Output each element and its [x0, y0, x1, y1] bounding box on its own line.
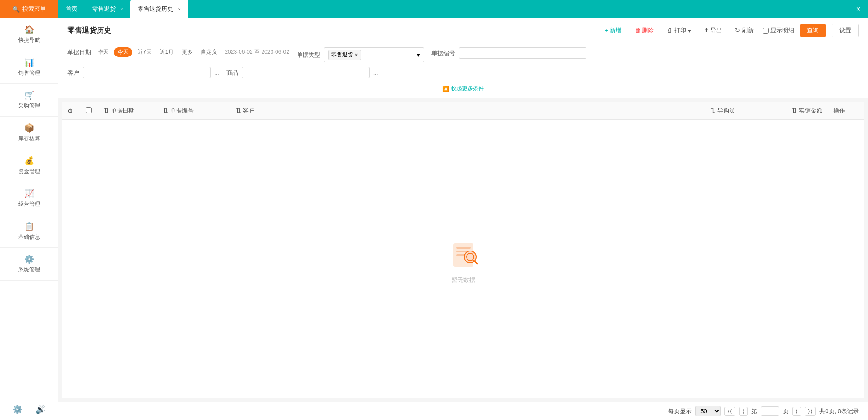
date-filter-更多[interactable]: 更多 — [179, 47, 195, 57]
col-number: ⇅ 单据编号 — [158, 102, 231, 120]
tab-close-retail-return-history[interactable]: × — [178, 6, 180, 12]
col-amount-sort-icon[interactable]: ⇅ — [792, 107, 797, 114]
svg-line-7 — [474, 261, 477, 264]
date-filter-昨天[interactable]: 昨天 — [95, 47, 111, 57]
sidebar-item-inventory[interactable]: 📦 库存核算 — [0, 117, 58, 149]
date-filter-options: 昨天今天近7天近1月更多自定义2023-06-02 至 2023-06-02 — [95, 47, 289, 57]
page-prev-button[interactable]: ⟨ — [739, 407, 748, 416]
tab-bar: 首页零售退货×零售退货历史× — [58, 0, 856, 18]
sidebar-item-system[interactable]: ⚙️ 系统管理 — [0, 248, 58, 281]
sidebar-bottom: ⚙️ 🔊 — [0, 399, 58, 420]
page-number-input[interactable]: 1 — [761, 406, 779, 416]
pagination-bar: 每页显示 20 50 100 ⟨⟨ ⟨ 第 1 页 ⟩ ⟩⟩ 共0页, 0条记录 — [58, 402, 868, 420]
query-button[interactable]: 查询 — [800, 24, 826, 37]
sidebar-label-sales: 销售管理 — [18, 69, 40, 77]
data-table: ⚙ ⇅ 单据日期 ⇅ 单据编号 — [62, 102, 864, 120]
dropdown-arrow-icon: ▾ — [417, 51, 420, 58]
date-filter-label: 单据日期 — [67, 48, 91, 56]
tab-retail-return-history[interactable]: 零售退货历史× — [130, 0, 188, 18]
tab-close-retail-return[interactable]: × — [120, 6, 123, 12]
col-date-sort-icon[interactable]: ⇅ — [104, 107, 109, 114]
sidebar-speaker-icon[interactable]: 🔊 — [36, 405, 46, 415]
sidebar-icon-quick-nav: 🏠 — [24, 25, 34, 35]
goods-input[interactable] — [242, 67, 370, 78]
date-filter-自定义[interactable]: 自定义 — [198, 47, 220, 57]
page-size-select[interactable]: 20 50 100 — [695, 406, 721, 416]
customer-more-icon[interactable]: ... — [214, 69, 219, 76]
col-guide: ⇅ 导购员 — [705, 102, 773, 120]
display-detail-label: 显示明细 — [770, 26, 794, 35]
page-last-button[interactable]: ⟩⟩ — [805, 407, 816, 416]
settings-icon[interactable]: ⚙ — [67, 108, 73, 114]
doc-number-label: 单据编号 — [431, 49, 455, 57]
display-detail-toggle[interactable]: 显示明细 — [763, 26, 794, 35]
filter-row-2: 客户 ... 商品 ... — [67, 67, 859, 78]
col-number-sort-icon[interactable]: ⇅ — [163, 107, 168, 114]
window-close-button[interactable]: × — [856, 5, 868, 14]
goods-filter: 商品 ... — [226, 67, 378, 78]
sidebar-icon-operations: 📈 — [24, 189, 34, 199]
page-next-button[interactable]: ⟩ — [792, 407, 801, 416]
page-suffix: 页 — [783, 407, 789, 415]
sidebar-icon-sales: 📊 — [24, 57, 34, 67]
sidebar-item-basic-info[interactable]: 📋 基础信息 — [0, 215, 58, 248]
tab-home[interactable]: 首页 — [58, 0, 85, 18]
print-button[interactable]: 🖨 打印 ▾ — [663, 25, 695, 36]
date-filter: 单据日期 昨天今天近7天近1月更多自定义2023-06-02 至 2023-06… — [67, 47, 289, 57]
svg-rect-3 — [456, 251, 467, 252]
col-checkbox — [80, 102, 98, 120]
sidebar-item-operations[interactable]: 📈 经营管理 — [0, 182, 58, 215]
table-container: ⚙ ⇅ 单据日期 ⇅ 单据编号 — [62, 102, 864, 398]
goods-more-icon[interactable]: ... — [373, 69, 378, 76]
settings-button[interactable]: 设置 — [832, 24, 859, 37]
table-head: ⚙ ⇅ 单据日期 ⇅ 单据编号 — [62, 102, 864, 120]
search-area[interactable]: 🔍 搜索菜单 — [0, 0, 58, 18]
table-header-row: ⚙ ⇅ 单据日期 ⇅ 单据编号 — [62, 102, 864, 120]
total-label: 共0页, 0条记录 — [819, 407, 859, 415]
page-title: 零售退货历史 — [67, 26, 111, 36]
col-guide-sort-icon[interactable]: ⇅ — [710, 107, 715, 114]
doc-number-input[interactable] — [459, 47, 586, 59]
doc-type-select[interactable]: 零售退货 × ▾ — [324, 47, 424, 62]
chevron-up-icon: 🔼 — [442, 86, 449, 92]
sidebar-item-sales[interactable]: 📊 销售管理 — [0, 51, 58, 84]
doc-number-filter: 单据编号 — [431, 47, 586, 59]
date-filter-近7天[interactable]: 近7天 — [135, 47, 154, 57]
sidebar-label-inventory: 库存核算 — [18, 135, 40, 143]
page-label: 第 — [751, 407, 757, 415]
main-layout: 🏠 快捷导航📊 销售管理🛒 采购管理📦 库存核算💰 资金管理📈 经营管理📋 基础… — [0, 18, 868, 420]
sidebar-label-quick-nav: 快捷导航 — [18, 36, 40, 44]
svg-rect-2 — [456, 247, 471, 249]
export-button[interactable]: ⬆ 导出 — [700, 25, 726, 36]
date-range-display: 2023-06-02 至 2023-06-02 — [225, 48, 289, 56]
filter-row-1: 单据日期 昨天今天近7天近1月更多自定义2023-06-02 至 2023-06… — [67, 47, 859, 62]
sidebar-label-purchase: 采购管理 — [18, 102, 40, 110]
sidebar-icon-finance: 💰 — [24, 156, 34, 166]
sidebar-label-operations: 经营管理 — [18, 200, 40, 208]
doc-type-tag: 零售退货 × — [328, 50, 361, 60]
sidebar-item-purchase[interactable]: 🛒 采购管理 — [0, 84, 58, 117]
sidebar-settings-icon[interactable]: ⚙️ — [12, 405, 22, 415]
top-bar: 🔍 搜索菜单 首页零售退货×零售退货历史× × — [0, 0, 868, 18]
delete-button[interactable]: 🗑 删除 — [631, 25, 658, 36]
col-customer-sort-icon[interactable]: ⇅ — [236, 107, 241, 114]
tag-close-icon[interactable]: × — [355, 52, 358, 58]
select-all-checkbox[interactable] — [86, 107, 92, 113]
sidebar-item-finance[interactable]: 💰 资金管理 — [0, 149, 58, 182]
sidebar-label-system: 系统管理 — [18, 266, 40, 274]
refresh-button[interactable]: ↻ 刷新 — [731, 25, 757, 36]
date-filter-近1月[interactable]: 近1月 — [157, 47, 177, 57]
display-detail-checkbox[interactable] — [763, 28, 769, 34]
sidebar-icon-system: ⚙️ — [24, 254, 34, 264]
doc-type-label: 单据类型 — [297, 51, 320, 59]
collapse-button[interactable]: 🔼 收起更多条件 — [67, 83, 859, 94]
sidebar-item-quick-nav[interactable]: 🏠 快捷导航 — [0, 18, 58, 51]
tab-retail-return[interactable]: 零售退货× — [85, 0, 130, 18]
page-first-button[interactable]: ⟨⟨ — [724, 407, 735, 416]
col-amount: ⇅ 实销金额 — [773, 102, 828, 120]
new-button[interactable]: + 新增 — [601, 25, 625, 36]
empty-state: 暂无数据 — [62, 120, 864, 398]
date-filter-今天[interactable]: 今天 — [114, 47, 132, 57]
sidebar-icon-inventory: 📦 — [24, 123, 34, 133]
customer-input[interactable] — [83, 67, 211, 78]
